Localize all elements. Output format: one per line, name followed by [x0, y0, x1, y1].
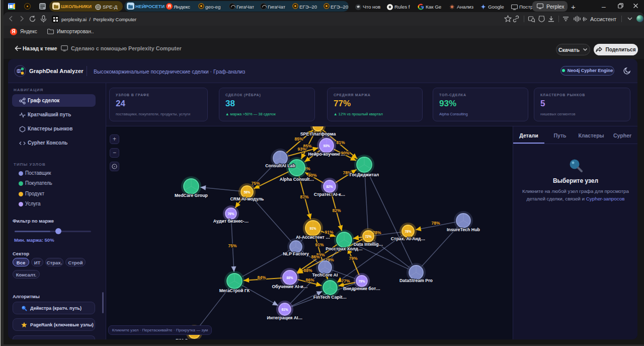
svg-text:CRM AI-модуль: CRM AI-модуль: [230, 196, 265, 201]
svg-text:81%: 81%: [336, 140, 345, 145]
svg-text:75%: 75%: [251, 181, 260, 186]
svg-text:NLP Factory: NLP Factory: [283, 251, 309, 256]
svg-text:77%: 77%: [341, 279, 350, 284]
svg-text:84%: 84%: [257, 275, 266, 280]
svg-text:GD: GD: [17, 70, 21, 73]
svg-text:TechCore AI: TechCore AI: [312, 272, 338, 278]
svg-text:AI-Ассистент …: AI-Ассистент …: [296, 235, 330, 240]
svg-text:88%: 88%: [286, 276, 293, 280]
svg-text:87%: 87%: [300, 194, 308, 199]
svg-text:76%: 76%: [227, 212, 234, 216]
svg-text:PIM Оптимизат…: PIM Оптимизат…: [176, 338, 213, 339]
svg-text:Росстрах Холд…: Росстрах Холд…: [326, 246, 362, 251]
svg-text:88%: 88%: [303, 268, 312, 273]
svg-text:Страх. AI-Анд…: Страх. AI-Анд…: [391, 236, 425, 241]
svg-text:72%: 72%: [365, 235, 371, 238]
svg-text:Стратег. AI-к…: Стратег. AI-к…: [314, 192, 346, 197]
svg-text:91%: 91%: [309, 227, 316, 230]
svg-text:ГосДиджитал: ГосДиджитал: [350, 172, 379, 177]
svg-text:79%: 79%: [349, 256, 357, 261]
svg-text:75%: 75%: [228, 243, 236, 248]
svg-text:DataStream Pro: DataStream Pro: [399, 278, 433, 283]
svg-text:78%: 78%: [405, 230, 411, 233]
svg-text:Внедрение бот…: Внедрение бот…: [343, 286, 380, 291]
svg-text:FinTech Capit…: FinTech Capit…: [313, 295, 347, 300]
svg-text:58%: 58%: [244, 190, 250, 194]
svg-text:85%: 85%: [294, 136, 303, 142]
svg-text:Обучение AI-и…: Обучение AI-и…: [272, 284, 307, 289]
svg-text:Alpha Consult…: Alpha Consult…: [280, 177, 314, 182]
svg-text:78%: 78%: [431, 221, 440, 226]
svg-text:91%: 91%: [315, 242, 324, 247]
svg-text:61%: 61%: [281, 308, 288, 311]
svg-text:InsureTech Hub: InsureTech Hub: [447, 227, 480, 232]
svg-text:MedCare Group: MedCare Group: [175, 193, 208, 198]
svg-text:86%: 86%: [305, 278, 314, 283]
svg-text:Аудит бизнес-…: Аудит бизнес-…: [213, 219, 249, 224]
svg-text:Data Intellig…: Data Intellig…: [354, 242, 383, 247]
svg-text:93%: 93%: [323, 144, 330, 148]
svg-text:86%: 86%: [311, 254, 319, 259]
svg-text:82%: 82%: [326, 185, 333, 188]
svg-text:ConsultAI Lab: ConsultAI Lab: [265, 163, 295, 168]
svg-text:93%: 93%: [297, 147, 306, 152]
svg-text:79%: 79%: [358, 280, 365, 283]
svg-text:91%: 91%: [325, 230, 333, 235]
svg-text:82%: 82%: [332, 208, 341, 213]
svg-text:Интеграция AI…: Интеграция AI…: [267, 315, 303, 320]
svg-text:Нейро-коучинг…: Нейро-коучинг…: [308, 152, 345, 157]
svg-text:МегаСтрой ГК: МегаСтрой ГК: [219, 288, 250, 293]
svg-text:SPE Платформа: SPE Платформа: [300, 131, 336, 136]
